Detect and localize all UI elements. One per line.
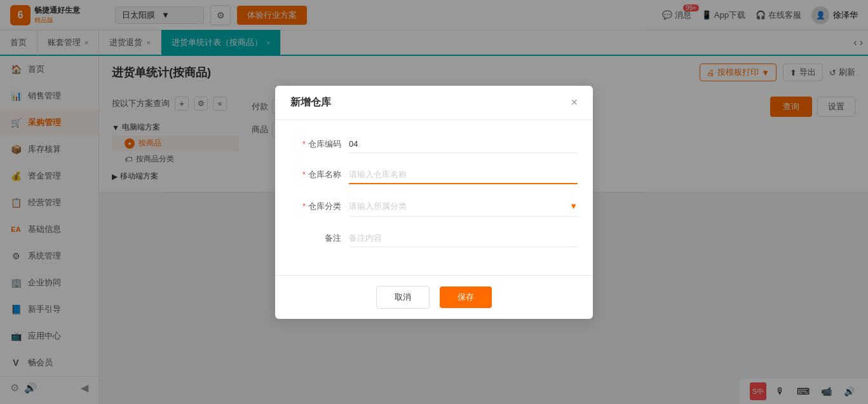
new-warehouse-modal: 新增仓库 × 仓库编码 仓库名称 仓库分类 请输入所属分类 ▼ bbox=[275, 86, 593, 319]
cancel-button[interactable]: 取消 bbox=[376, 286, 430, 309]
modal-header: 新增仓库 × bbox=[275, 86, 593, 120]
form-row-name: 仓库名称 bbox=[290, 166, 578, 184]
warehouse-remark-input[interactable] bbox=[349, 229, 578, 247]
save-button[interactable]: 保存 bbox=[440, 286, 492, 308]
modal-overlay: 新增仓库 × 仓库编码 仓库名称 仓库分类 请输入所属分类 ▼ bbox=[0, 0, 868, 404]
form-row-category: 仓库分类 请输入所属分类 ▼ bbox=[290, 197, 578, 217]
form-row-remark: 备注 bbox=[290, 229, 578, 247]
modal-close-button[interactable]: × bbox=[571, 96, 578, 109]
warehouse-category-select[interactable]: 请输入所属分类 ▼ bbox=[349, 197, 578, 217]
category-chevron-icon: ▼ bbox=[569, 201, 578, 211]
code-label: 仓库编码 bbox=[290, 138, 341, 150]
category-label: 仓库分类 bbox=[290, 201, 341, 212]
modal-footer: 取消 保存 bbox=[275, 275, 593, 319]
category-placeholder: 请输入所属分类 bbox=[349, 201, 407, 212]
modal-title: 新增仓库 bbox=[290, 96, 331, 109]
warehouse-name-input[interactable] bbox=[349, 166, 578, 184]
name-label: 仓库名称 bbox=[290, 169, 341, 180]
warehouse-code-input[interactable] bbox=[349, 135, 578, 153]
modal-body: 仓库编码 仓库名称 仓库分类 请输入所属分类 ▼ 备注 bbox=[275, 120, 593, 275]
form-row-code: 仓库编码 bbox=[290, 135, 578, 153]
remark-label: 备注 bbox=[290, 232, 341, 244]
